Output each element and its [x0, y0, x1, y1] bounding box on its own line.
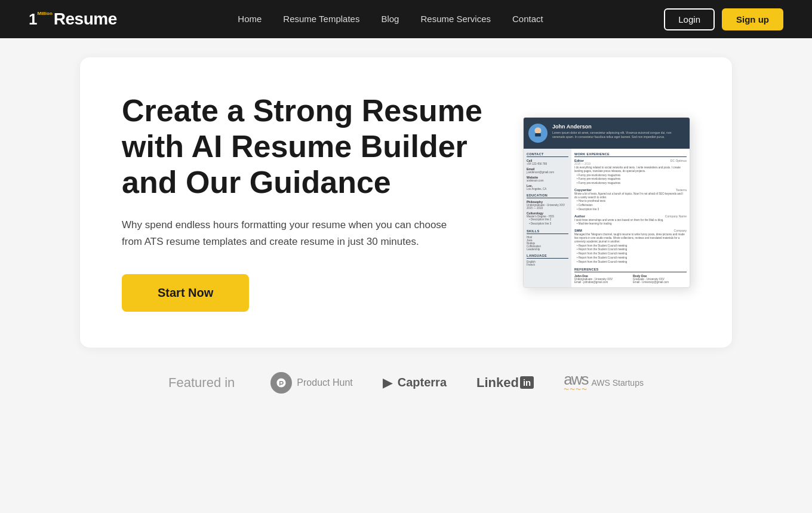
resume-left-column: CONTACT Call +54 123 456 789 Email j.and…: [524, 149, 571, 287]
contact-website: Website anderson.com: [527, 176, 568, 182]
hero-title: Create a Strong Resume with AI Resume Bu…: [122, 93, 499, 200]
nav-actions: Login Sign up: [664, 8, 783, 30]
language-section-title: LANGUAGE: [527, 254, 568, 259]
exp-smm: SMM Company Managed the Telegram channel…: [574, 229, 687, 265]
logo[interactable]: 1 Million Resume: [29, 10, 117, 29]
exp-author: Author Company Name I took three interns…: [574, 214, 687, 226]
signup-button[interactable]: Sign up: [722, 8, 783, 30]
hero-content: Create a Strong Resume with AI Resume Bu…: [122, 93, 499, 312]
resume-right-column: WORK EXPERIENCE Editor DC Optimus 2018 —…: [571, 149, 690, 287]
resume-tagline: Lorem ipsum dolor sit amet, consectetur …: [552, 131, 685, 139]
featured-label: Featured in: [168, 375, 235, 391]
nav-services[interactable]: Resume Services: [420, 14, 491, 24]
hero-subtitle: Why spend endless hours formatting your …: [122, 217, 456, 250]
linkedin-logo: Linked in: [476, 375, 534, 391]
capterra-logo: ▶ Capterra: [383, 375, 447, 391]
featured-logos: Product Hunt ▶ Capterra Linked in aws 〜〜…: [270, 371, 644, 394]
svg-rect-3: [535, 133, 541, 137]
education-section-title: EDUCATION: [527, 193, 568, 198]
work-section-title: WORK EXPERIENCE: [574, 152, 687, 157]
resume-header: John Anderson Lorem ipsum dolor sit amet…: [524, 118, 690, 149]
ref-2: Rody Doe Graduate - University XXV Email…: [633, 274, 687, 284]
skills-section-title: SKILLS: [527, 229, 568, 234]
ref-1: John Doe Undergraduate - University XXV …: [574, 274, 628, 284]
producthunt-logo: Product Hunt: [270, 372, 352, 394]
edu-item-1: Philosophy Undergraduate - University XX…: [527, 200, 568, 210]
producthunt-icon: [270, 372, 292, 394]
exp-copywriter: Copywriter Texterra Wrote a lot of texts…: [574, 188, 687, 212]
resume-body: CONTACT Call +54 123 456 789 Email j.and…: [524, 149, 690, 287]
skill-leadership: Leadership: [527, 248, 568, 251]
nav-home[interactable]: Home: [238, 14, 262, 24]
nav-templates[interactable]: Resume Templates: [283, 14, 359, 24]
main-wrapper: Create a Strong Resume with AI Resume Bu…: [66, 57, 746, 348]
logo-number: 1: [29, 10, 37, 29]
edu-item-2: Culturology Master's Degree - HSS Descri…: [527, 211, 568, 226]
capterra-icon: ▶: [383, 375, 393, 391]
start-now-button[interactable]: Start Now: [122, 274, 249, 312]
references-section-title: REFERENCES: [574, 268, 687, 272]
logo-million: Million: [37, 11, 52, 16]
resume-name: John Anderson: [552, 124, 685, 130]
navbar: 1 Million Resume Home Resume Templates B…: [0, 0, 812, 38]
contact-location: Loc. Los Angeles, CA: [527, 184, 568, 191]
resume-card: John Anderson Lorem ipsum dolor sit amet…: [523, 117, 690, 288]
resume-preview: John Anderson Lorem ipsum dolor sit amet…: [523, 117, 690, 288]
featured-section: Featured in Product Hunt ▶ Capterra Link…: [66, 371, 746, 394]
login-button[interactable]: Login: [664, 8, 715, 30]
lang-french: French: [527, 263, 568, 266]
contact-email: Email j.anderson@gmail.com: [527, 167, 568, 174]
exp-editor: Editor DC Optimus 2018 — 2019 I do every…: [574, 159, 687, 186]
nav-contact[interactable]: Contact: [512, 14, 543, 24]
resume-name-block: John Anderson Lorem ipsum dolor sit amet…: [552, 124, 685, 139]
aws-logo: aws 〜〜〜〜 AWS Startups: [564, 371, 644, 394]
aws-wave-icon: 〜〜〜〜: [564, 386, 588, 394]
nav-blog[interactable]: Blog: [381, 14, 399, 24]
aws-text: aws: [564, 371, 588, 387]
logo-brand: Resume: [54, 10, 117, 29]
avatar: [528, 124, 548, 143]
svg-point-2: [535, 128, 541, 134]
nav-links: Home Resume Templates Blog Resume Servic…: [238, 14, 543, 24]
aws-startups-text: AWS Startups: [592, 378, 644, 388]
contact-call: Call +54 123 456 789: [527, 159, 568, 165]
contact-section-title: CONTACT: [527, 152, 568, 157]
hero-card: Create a Strong Resume with AI Resume Bu…: [80, 57, 732, 348]
